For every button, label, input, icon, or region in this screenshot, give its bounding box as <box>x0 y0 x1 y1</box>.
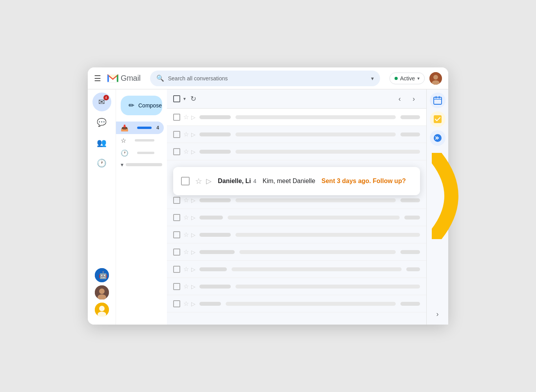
row-label-2: ▷ <box>191 131 196 138</box>
rows-below-featured: ☆ ▷ ☆ ▷ ☆ ▷ <box>167 192 426 312</box>
active-status-dot <box>395 77 398 80</box>
mail-badge: 4 <box>103 95 109 100</box>
email-row-2[interactable]: ☆ ▷ <box>167 126 426 143</box>
row-checkbox-10[interactable] <box>173 300 180 307</box>
row-sender-4 <box>199 198 231 202</box>
row-subject-1 <box>235 115 396 119</box>
sidebar-item-chat[interactable]: 💬 <box>92 113 111 132</box>
row-date-5 <box>404 216 420 220</box>
row-sender-7 <box>199 250 235 254</box>
email-toolbar: ▾ ↻ ‹ › <box>167 89 426 109</box>
user-avatar[interactable] <box>429 72 442 85</box>
search-dropdown-icon[interactable]: ▾ <box>371 75 374 82</box>
sidebar-item-mail[interactable]: ✉ 4 <box>92 93 111 111</box>
refresh-button[interactable]: ↻ <box>190 94 196 103</box>
nav-item-starred[interactable]: ☆ <box>116 134 164 147</box>
row-subject-7 <box>239 250 396 254</box>
row-sender-8 <box>199 267 227 271</box>
chat-icon: 💬 <box>97 118 107 127</box>
active-status-button[interactable]: Active ▾ <box>389 73 425 84</box>
email-row-10[interactable]: ☆ ▷ <box>167 295 426 312</box>
row-star-4[interactable]: ☆ <box>183 196 189 204</box>
row-sender-5 <box>199 216 223 220</box>
feat-star-icon[interactable]: ☆ <box>195 176 202 186</box>
compose-button[interactable]: ✏ Compose <box>121 96 162 115</box>
email-row-5[interactable]: ☆ ▷ <box>167 209 426 226</box>
chevron-down-icon[interactable]: ▾ <box>121 162 123 168</box>
nav-item-snoozed[interactable]: 🕐 <box>116 147 164 159</box>
row-star-2[interactable]: ☆ <box>183 131 189 138</box>
email-row-9[interactable]: ☆ ▷ <box>167 278 426 295</box>
categories-section: ▾ <box>116 159 167 170</box>
row-star-10[interactable]: ☆ <box>183 300 189 307</box>
prev-page-button[interactable]: ‹ <box>393 93 406 105</box>
row-checkbox-2[interactable] <box>173 131 180 138</box>
row-subject-6 <box>235 233 420 237</box>
row-sender-9 <box>199 285 231 289</box>
email-row-1[interactable]: ☆ ▷ <box>167 109 426 126</box>
contact-avatar-3[interactable] <box>95 303 109 317</box>
feat-sender-text: Danielle, Li <box>218 178 251 185</box>
row-star-8[interactable]: ☆ <box>183 265 189 273</box>
email-list: ▾ ↻ ‹ › ☆ ▷ ☆ ▷ <box>167 89 426 325</box>
row-sender-1 <box>199 115 231 119</box>
categories-bar <box>126 163 162 166</box>
svg-point-12 <box>99 306 105 311</box>
inbox-icon: 📥 <box>121 124 129 132</box>
tasks-panel-button[interactable] <box>430 111 445 127</box>
row-label-8: ▷ <box>191 266 196 272</box>
meet-panel-button[interactable] <box>430 130 445 146</box>
row-date-1 <box>400 115 420 119</box>
row-star-9[interactable]: ☆ <box>183 283 189 290</box>
row-sender-3 <box>199 150 231 154</box>
nav-item-inbox[interactable]: 📥 4 <box>116 122 164 134</box>
active-status-label: Active <box>400 75 415 82</box>
gmail-window: ☰ Gmail 🔍 Search all conversations ▾ Act… <box>88 67 448 325</box>
hamburger-menu-icon[interactable]: ☰ <box>94 74 101 83</box>
email-row-7[interactable]: ☆ ▷ <box>167 243 426 261</box>
sidebar: ✉ 4 💬 👥 🕐 🤖 <box>88 89 116 325</box>
row-checkbox-3[interactable] <box>173 148 180 155</box>
calendar-panel-button[interactable] <box>430 93 445 108</box>
select-all-checkbox[interactable] <box>173 95 180 102</box>
contact-avatar-2[interactable] <box>95 285 109 299</box>
featured-email-card[interactable]: ☆ ▷ Danielle, Li 4 Kim, meet Danielle Se… <box>173 167 420 195</box>
top-bar: ☰ Gmail 🔍 Search all conversations ▾ Act… <box>88 67 448 89</box>
spaces-icon: 👥 <box>97 138 107 147</box>
row-star-7[interactable]: ☆ <box>183 248 189 256</box>
feat-checkbox[interactable] <box>181 177 190 185</box>
gmail-logo[interactable]: Gmail <box>107 74 141 83</box>
row-checkbox-1[interactable] <box>173 114 180 121</box>
row-checkbox-5[interactable] <box>173 214 180 221</box>
row-subject-10 <box>226 302 396 306</box>
svg-point-4 <box>433 75 438 80</box>
email-row-3[interactable]: ☆ ▷ <box>167 143 426 160</box>
search-bar[interactable]: 🔍 Search all conversations ▾ <box>150 71 380 86</box>
snoozed-bar <box>137 152 154 154</box>
row-star-5[interactable]: ☆ <box>183 214 189 221</box>
row-date-4 <box>400 198 420 202</box>
row-star-1[interactable]: ☆ <box>183 113 189 121</box>
sidebar-item-spaces[interactable]: 👥 <box>92 133 111 152</box>
row-sender-6 <box>199 233 231 237</box>
right-panel-expand-button[interactable]: › <box>436 310 439 321</box>
row-checkbox-7[interactable] <box>173 249 180 256</box>
row-checkbox-8[interactable] <box>173 266 180 273</box>
calendar-icon <box>433 96 442 105</box>
sidebar-item-meet[interactable]: 🕐 <box>92 154 111 172</box>
contact-avatar-1[interactable]: 🤖 <box>95 268 109 282</box>
row-star-6[interactable]: ☆ <box>183 231 189 238</box>
row-label-4: ▷ <box>191 197 196 203</box>
row-checkbox-6[interactable] <box>173 231 180 238</box>
row-checkbox-9[interactable] <box>173 283 180 290</box>
main-layout: ✉ 4 💬 👥 🕐 🤖 <box>88 89 448 325</box>
next-page-button[interactable]: › <box>407 93 420 105</box>
email-row-6[interactable]: ☆ ▷ <box>167 226 426 243</box>
starred-icon: ☆ <box>121 137 126 144</box>
row-star-3[interactable]: ☆ <box>183 148 189 155</box>
select-dropdown-icon[interactable]: ▾ <box>183 96 186 102</box>
row-checkbox-4[interactable] <box>173 197 180 204</box>
row-label-10: ▷ <box>191 301 196 307</box>
svg-rect-14 <box>434 97 442 104</box>
email-row-8[interactable]: ☆ ▷ <box>167 261 426 278</box>
